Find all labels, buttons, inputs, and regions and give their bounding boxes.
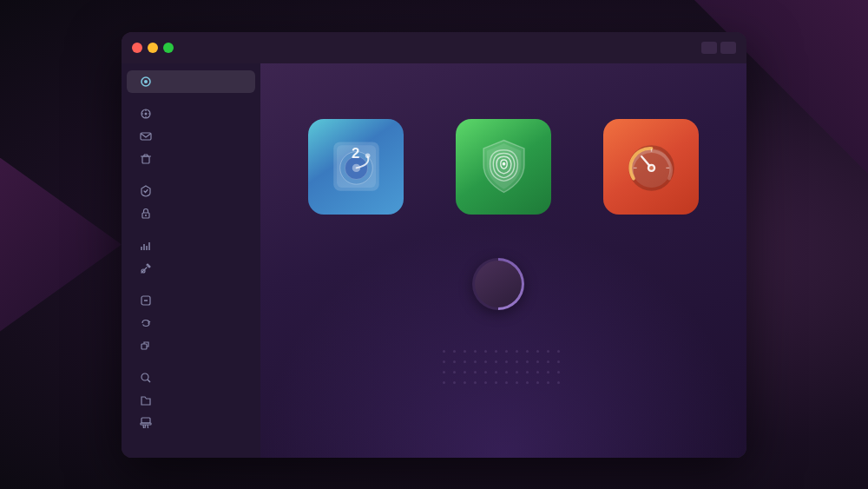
- space-lens-icon: [139, 371, 153, 385]
- window-ctrl-btn2[interactable]: [720, 42, 736, 54]
- svg-point-43: [649, 166, 654, 170]
- section-protection-label: [122, 170, 260, 180]
- section-speed-label: [122, 225, 260, 235]
- sidebar-item-large-old-files[interactable]: [127, 389, 255, 412]
- sidebar-item-privacy[interactable]: [127, 202, 255, 225]
- content-area: 2: [122, 63, 746, 458]
- large-old-files-icon: [139, 393, 153, 407]
- window-controls: [701, 42, 736, 54]
- smart-scan-icon: [139, 75, 153, 89]
- sidebar-item-malware-removal[interactable]: [127, 180, 255, 202]
- section-files-label: [122, 357, 260, 367]
- system-junk-icon: [139, 107, 153, 121]
- svg-point-38: [502, 162, 505, 166]
- extensions-icon: [139, 339, 153, 353]
- card-cleanup: 2: [291, 119, 421, 232]
- traffic-lights: [132, 43, 174, 53]
- sidebar-item-optimization[interactable]: [127, 235, 255, 257]
- card-icon-speed: [603, 119, 699, 215]
- svg-point-1: [144, 80, 148, 83]
- sidebar-item-maintenance[interactable]: [127, 257, 255, 280]
- stop-area: [472, 258, 535, 310]
- privacy-icon: [139, 207, 153, 221]
- card-speed: [586, 119, 716, 230]
- malware-icon: [139, 184, 153, 198]
- minimize-button[interactable]: [148, 43, 158, 53]
- svg-rect-26: [141, 418, 150, 423]
- section-cleanup-label: [122, 93, 260, 102]
- sidebar-item-trash-bins[interactable]: [127, 148, 255, 170]
- sidebar-item-uninstaller[interactable]: [127, 289, 255, 312]
- mail-icon: [139, 129, 153, 143]
- svg-line-29: [148, 425, 148, 428]
- maintenance-icon: [139, 261, 153, 275]
- sidebar-item-space-lens[interactable]: [127, 367, 255, 389]
- svg-text:2: 2: [351, 145, 358, 162]
- card-icon-cleanup: 2: [308, 119, 404, 215]
- sidebar-item-updater[interactable]: [127, 312, 255, 334]
- svg-point-3: [145, 112, 148, 115]
- sidebar-item-extensions[interactable]: [127, 334, 255, 357]
- sidebar-item-smart-scan[interactable]: [127, 70, 255, 93]
- svg-rect-30: [141, 423, 151, 425]
- section-applications-label: [122, 280, 260, 289]
- app-window: 2: [122, 32, 746, 458]
- trash-icon: [139, 152, 153, 166]
- stop-button[interactable]: [472, 258, 524, 310]
- shredder-icon: [139, 416, 153, 430]
- close-button[interactable]: [132, 43, 142, 53]
- updater-icon: [139, 316, 153, 330]
- sidebar-item-system-junk[interactable]: [127, 102, 255, 125]
- title-bar: [122, 32, 746, 63]
- svg-point-15: [145, 215, 147, 216]
- window-ctrl-btn[interactable]: [701, 42, 717, 54]
- sidebar-item-shredder[interactable]: [127, 412, 255, 434]
- bg-decoration-left: [0, 158, 122, 332]
- optimization-icon: [139, 239, 153, 253]
- card-icon-protection: [456, 119, 551, 215]
- maximize-button[interactable]: [163, 43, 174, 53]
- svg-line-25: [148, 380, 150, 382]
- dots-decoration: const dotsContainer = document.querySele…: [443, 350, 564, 388]
- svg-line-28: [145, 425, 146, 428]
- sidebar: [122, 63, 260, 458]
- sidebar-item-mail-attachments[interactable]: [127, 125, 255, 148]
- card-protection: [438, 119, 569, 230]
- svg-rect-23: [141, 344, 147, 349]
- uninstaller-icon: [139, 294, 153, 307]
- svg-rect-9: [142, 156, 149, 163]
- svg-line-27: [143, 425, 144, 428]
- svg-point-36: [365, 154, 370, 159]
- svg-point-24: [141, 373, 148, 380]
- cards-row: 2: [291, 119, 716, 232]
- main-panel: 2: [260, 63, 746, 458]
